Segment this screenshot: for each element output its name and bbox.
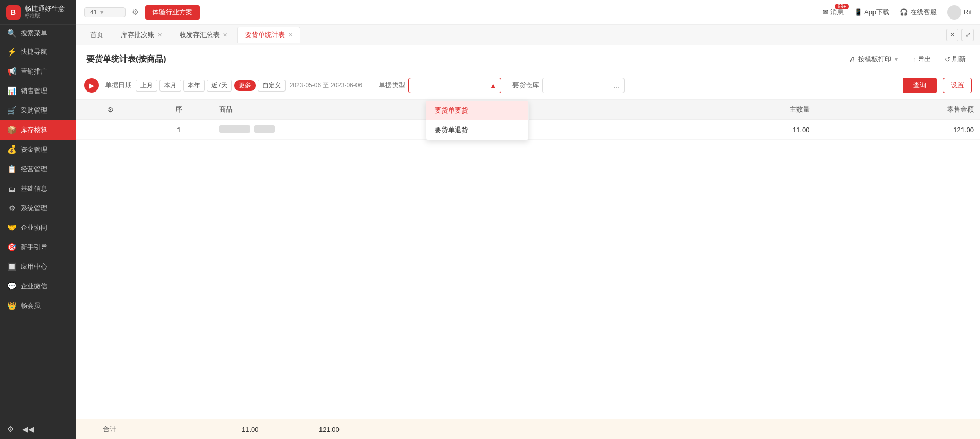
- tab-order-summary[interactable]: 要货单统计表 ✕: [237, 27, 300, 43]
- date-btn-last-month[interactable]: 上月: [136, 80, 157, 92]
- export-icon: ↑: [913, 56, 916, 63]
- inventory-icon: 📦: [7, 125, 16, 135]
- sidebar-item-finance[interactable]: 💰 资金管理: [0, 140, 76, 159]
- sidebar-item-system[interactable]: ⚙ 系统管理: [0, 198, 76, 218]
- main-area: 41 ▼ ⚙ 体验行业方案 ✉ 消息 99+ 📱 App下载 🎧 在线客服 R: [76, 0, 980, 439]
- row-settings-cell: [76, 120, 145, 140]
- filter-expand-btn[interactable]: ▶: [84, 78, 99, 93]
- tab-batch-account-label: 库存批次账: [121, 30, 154, 40]
- page-header: 要货单统计表(按商品) 🖨 按模板打印 ▼ ↑ 导出 ↺ 刷新: [76, 45, 980, 71]
- user-profile[interactable]: Rit: [947, 5, 972, 20]
- purchase-icon: 🛒: [7, 106, 16, 115]
- date-btn-more[interactable]: 更多: [234, 80, 256, 91]
- type-select-box[interactable]: ▲: [408, 78, 501, 93]
- tab-collect-summary-label: 收发存汇总表: [180, 30, 220, 40]
- trial-btn[interactable]: 体验行业方案: [145, 5, 200, 20]
- sidebar-item-search[interactable]: 🔍 搜索菜单: [0, 25, 76, 42]
- col-settings-header[interactable]: ⚙: [76, 100, 145, 120]
- query-btn[interactable]: 查询: [903, 78, 937, 93]
- collapse-sidebar-icon[interactable]: ◀◀: [22, 425, 34, 434]
- sidebar-item-label: 资金管理: [21, 145, 47, 154]
- wechat-icon: 💬: [7, 282, 16, 291]
- page-title: 要货单统计表(按商品): [86, 54, 166, 65]
- tab-order-summary-close[interactable]: ✕: [288, 32, 293, 39]
- enterprise-icon: 🤝: [7, 223, 16, 232]
- warehouse-filter-group: 要货仓库 …: [512, 78, 625, 93]
- tabs-bar: 首页 库存批次账 ✕ 收发存汇总表 ✕ 要货单统计表 ✕ ✕ ⤢: [76, 25, 980, 45]
- sidebar-item-label: 采购管理: [21, 106, 47, 115]
- settings-filter-btn[interactable]: 设置: [943, 78, 972, 93]
- refresh-icon: ↺: [945, 56, 950, 63]
- page-content: 要货单统计表(按商品) 🖨 按模板打印 ▼ ↑ 导出 ↺ 刷新 ▶: [76, 45, 980, 439]
- online-service-btn[interactable]: 🎧 在线客服: [900, 8, 937, 17]
- filter-bar: ▶ 单据日期 上月 本月 本年 近7天 更多 自定义 2023-05-06 至 …: [76, 71, 980, 100]
- sidebar-item-quick-nav[interactable]: ⚡ 快捷导航: [0, 42, 76, 62]
- warehouse-select-box[interactable]: …: [542, 78, 625, 93]
- export-btn[interactable]: ↑ 导出: [908, 52, 936, 66]
- sidebar-item-guide[interactable]: 🎯 新手引导: [0, 237, 76, 257]
- tab-batch-account-close[interactable]: ✕: [157, 32, 162, 39]
- version-selector[interactable]: 41 ▼: [84, 7, 126, 17]
- tab-order-summary-label: 要货单统计表: [245, 30, 285, 40]
- sidebar-item-basic[interactable]: 🗂 基础信息: [0, 179, 76, 198]
- date-shortcuts: 上月 本月 本年 近7天 更多 自定义: [136, 80, 286, 92]
- messages-btn[interactable]: ✉ 消息 99+: [823, 8, 844, 17]
- user-name: Rit: [964, 8, 972, 16]
- tab-batch-account[interactable]: 库存批次账 ✕: [113, 27, 170, 43]
- sidebar-item-appstore[interactable]: 🔲 应用中心: [0, 257, 76, 277]
- warehouse-select-more-icon: …: [613, 82, 620, 89]
- maximize-tab-btn[interactable]: ⤢: [961, 29, 974, 41]
- export-label: 导出: [918, 54, 931, 64]
- app-logo: B 畅捷通好生意 标准版: [0, 0, 76, 25]
- sidebar-item-enterprise[interactable]: 🤝 企业协同: [0, 218, 76, 237]
- row-amount-cell: 121.00: [816, 120, 980, 140]
- date-btn-custom[interactable]: 自定义: [258, 80, 286, 92]
- table-settings-icon[interactable]: ⚙: [108, 106, 114, 114]
- tab-home[interactable]: 首页: [82, 27, 111, 43]
- sidebar-item-label: 经营管理: [21, 164, 47, 174]
- sidebar-item-inventory[interactable]: 📦 库存核算: [0, 120, 76, 140]
- sidebar-item-operation[interactable]: 📋 经营管理: [0, 159, 76, 179]
- date-btn-this-month[interactable]: 本月: [159, 80, 181, 92]
- row-num-cell: 1: [145, 120, 213, 140]
- service-icon: 🎧: [900, 8, 908, 16]
- sidebar-item-sales[interactable]: 📊 销售管理: [0, 81, 76, 101]
- page-actions: 🖨 按模板打印 ▼ ↑ 导出 ↺ 刷新: [845, 52, 970, 66]
- sidebar-item-label: 库存核算: [21, 125, 47, 135]
- refresh-btn[interactable]: ↺ 刷新: [940, 52, 970, 66]
- type-filter-label: 单据类型: [379, 81, 405, 90]
- mobile-icon: 📱: [854, 8, 862, 16]
- search-icon: 🔍: [7, 29, 16, 38]
- sidebar-item-wechat[interactable]: 💬 企业微信: [0, 277, 76, 296]
- dropdown-item-return[interactable]: 要货单退货: [426, 120, 528, 140]
- close-all-tabs-btn[interactable]: ✕: [946, 29, 958, 41]
- app-header: 41 ▼ ⚙ 体验行业方案 ✉ 消息 99+ 📱 App下载 🎧 在线客服 R: [76, 0, 980, 25]
- goods-blur-1: [219, 125, 250, 133]
- type-dropdown: 要货单要货 要货单退货: [426, 100, 529, 140]
- sidebar-item-label: 快捷导航: [21, 47, 47, 57]
- col-amount-header: 零售金额: [816, 100, 980, 120]
- table-footer-wrapper: 合计 11.00 121.00: [76, 419, 980, 439]
- warehouse-filter-label: 要货仓库: [512, 81, 539, 90]
- table-footer: 合计 11.00 121.00: [76, 419, 980, 439]
- sidebar-item-purchase[interactable]: 🛒 采购管理: [0, 101, 76, 120]
- tab-collect-summary-close[interactable]: ✕: [223, 32, 227, 39]
- tab-collect-summary[interactable]: 收发存汇总表 ✕: [172, 27, 235, 43]
- sidebar-item-marketing[interactable]: 📢 营销推广: [0, 62, 76, 81]
- print-label: 按模板打印: [858, 54, 892, 64]
- date-btn-7days[interactable]: 近7天: [207, 80, 232, 92]
- sidebar-item-member[interactable]: 👑 畅会员: [0, 296, 76, 316]
- member-icon: 👑: [7, 301, 16, 310]
- sidebar: B 畅捷通好生意 标准版 🔍 搜索菜单 ⚡ 快捷导航 📢 营销推广 📊 销售管理…: [0, 0, 76, 439]
- version-value: 41: [90, 9, 97, 16]
- user-avatar: [947, 5, 961, 20]
- settings-bottom-icon[interactable]: ⚙: [7, 425, 14, 434]
- print-btn[interactable]: 🖨 按模板打印 ▼: [845, 52, 903, 66]
- col-num-header: 序: [145, 100, 213, 120]
- footer-qty: 11.00: [242, 426, 293, 433]
- type-select-arrow-up-icon: ▲: [490, 82, 496, 89]
- header-settings-icon[interactable]: ⚙: [132, 7, 139, 17]
- date-btn-this-year[interactable]: 本年: [183, 80, 205, 92]
- dropdown-item-purchase[interactable]: 要货单要货: [426, 101, 528, 120]
- app-download-btn[interactable]: 📱 App下载: [854, 8, 889, 17]
